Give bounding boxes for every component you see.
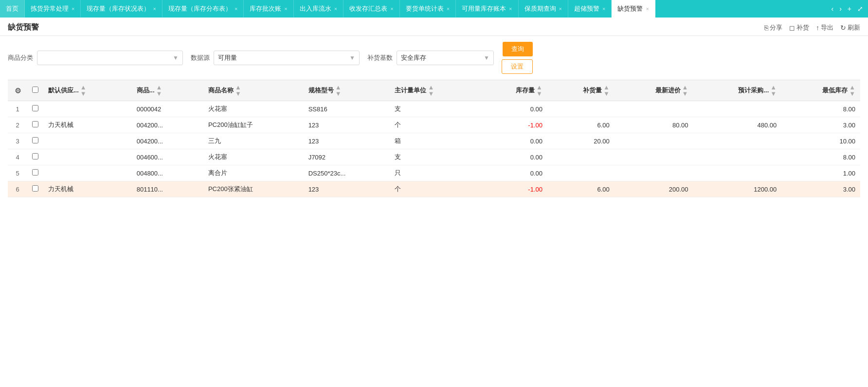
- cell-spec: 123: [304, 117, 390, 133]
- row-checkbox[interactable]: [32, 153, 38, 159]
- row-index: 2: [8, 117, 27, 133]
- cell-code: 801110...: [132, 181, 203, 197]
- row-checkbox[interactable]: [32, 169, 38, 176]
- category-filter-group: 商品分类 ▼: [8, 51, 183, 65]
- cell-spec: DS250*23c...: [304, 165, 390, 181]
- page-header: 缺货预警 ⎘ 分享 ◻ 补货 ↑ 导出 ↻ 刷新: [0, 18, 868, 36]
- cell-latest-price: [615, 165, 693, 181]
- category-select-arrow: ▼: [173, 54, 179, 61]
- close-tab-available-stock[interactable]: ×: [509, 6, 512, 12]
- replenish-base-filter-group: 补货基数 安全库存 ▼: [367, 51, 494, 65]
- table-row: 1 0000042 火花塞 SS816 支 0.00 8.00: [8, 101, 860, 117]
- close-tab-summary[interactable]: ×: [390, 6, 393, 12]
- row-checkbox-cell: [27, 165, 43, 181]
- export-button[interactable]: ↑ 导出: [816, 23, 833, 32]
- col-header-code[interactable]: 商品... ▲▼: [132, 80, 203, 101]
- close-tab-shortage[interactable]: ×: [646, 6, 649, 12]
- nav-item-summary[interactable]: 收发存汇总表 ×: [344, 0, 399, 18]
- datasource-select[interactable]: 可用量 ▼: [214, 51, 360, 65]
- close-tab-order-stats[interactable]: ×: [447, 6, 450, 12]
- column-settings-icon[interactable]: ⚙: [14, 87, 21, 94]
- cell-stock: 0.00: [480, 133, 547, 149]
- cell-estimated-purchase: [693, 133, 781, 149]
- close-tab-picking[interactable]: ×: [72, 6, 74, 12]
- page-container: 缺货预警 ⎘ 分享 ◻ 补货 ↑ 导出 ↻ 刷新 商品分类: [0, 18, 868, 387]
- nav-item-flow[interactable]: 出入库流水 ×: [294, 0, 344, 18]
- category-select[interactable]: ▼: [37, 51, 183, 65]
- cell-name: 离合片: [203, 165, 304, 181]
- query-button[interactable]: 查询: [503, 42, 533, 56]
- col-header-unit[interactable]: 主计量单位 ▲▼: [390, 80, 480, 101]
- cell-latest-price: [615, 149, 693, 165]
- replenish-base-arrow: ▼: [484, 54, 489, 61]
- col-header-min-stock[interactable]: 最低库存 ▲▼: [781, 80, 860, 101]
- prev-tab-btn[interactable]: ‹: [828, 5, 836, 13]
- col-header-latest-price[interactable]: 最新进价 ▲▼: [615, 80, 693, 101]
- cell-latest-price: [615, 101, 693, 117]
- cell-supplier: [43, 165, 132, 181]
- refresh-icon: ↻: [840, 24, 846, 32]
- row-checkbox[interactable]: [32, 137, 38, 143]
- cell-name: PC200张紧油缸: [203, 181, 304, 197]
- datasource-select-value: 可用量: [218, 53, 346, 62]
- datasource-filter-group: 数据源 可用量 ▼: [191, 51, 360, 65]
- row-checkbox-cell: [27, 181, 43, 197]
- col-checkbox-all: [27, 80, 43, 101]
- cell-name: 火花塞: [203, 149, 304, 165]
- col-header-supplier[interactable]: 默认供应... ▲▼: [43, 80, 132, 101]
- fullscreen-btn[interactable]: ⤢: [854, 5, 866, 13]
- col-header-estimated-purchase[interactable]: 预计采购... ▲▼: [693, 80, 781, 101]
- nav-item-available-stock[interactable]: 可用量库存账本 ×: [456, 0, 518, 18]
- row-index: 1: [8, 101, 27, 117]
- new-tab-btn[interactable]: +: [845, 5, 854, 13]
- nav-item-stock-dist[interactable]: 现存量（库存分布表） ×: [163, 0, 244, 18]
- table-body: 1 0000042 火花塞 SS816 支 0.00 8.00 2 力天机械 0…: [8, 101, 860, 197]
- replenish-base-value: 安全库存: [401, 53, 481, 62]
- col-header-replenish[interactable]: 补货量 ▲▼: [547, 80, 615, 101]
- cell-unit: 箱: [390, 133, 480, 149]
- row-checkbox[interactable]: [32, 185, 38, 192]
- cell-estimated-purchase: [693, 149, 781, 165]
- cell-unit: 个: [390, 181, 480, 197]
- data-table: ⚙ 默认供应... ▲▼ 商品... ▲▼: [8, 80, 860, 197]
- cell-stock: -1.00: [480, 181, 547, 197]
- close-tab-overstock[interactable]: ×: [602, 6, 605, 12]
- table-container: ⚙ 默认供应... ▲▼ 商品... ▲▼: [0, 80, 868, 197]
- nav-item-overstock[interactable]: 超储预警 ×: [568, 0, 612, 18]
- nav-item-home[interactable]: 首页: [0, 0, 25, 18]
- replenish-button[interactable]: ◻ 补货: [789, 23, 809, 32]
- row-index: 6: [8, 181, 27, 197]
- nav-item-picking[interactable]: 拣货异常处理 ×: [25, 0, 81, 18]
- table-header-row: ⚙ 默认供应... ▲▼ 商品... ▲▼: [8, 80, 860, 101]
- col-header-stock[interactable]: 库存量 ▲▼: [480, 80, 547, 101]
- cell-stock: -1.00: [480, 117, 547, 133]
- select-all-checkbox[interactable]: [32, 87, 38, 93]
- cell-name: 火花塞: [203, 101, 304, 117]
- close-tab-stock-status[interactable]: ×: [153, 6, 156, 12]
- cell-supplier: [43, 149, 132, 165]
- row-checkbox[interactable]: [32, 121, 38, 127]
- refresh-button[interactable]: ↻ 刷新: [840, 23, 860, 32]
- row-checkbox-cell: [27, 101, 43, 117]
- settings-button[interactable]: 设置: [502, 59, 533, 74]
- replenish-base-select[interactable]: 安全库存 ▼: [397, 51, 494, 65]
- nav-item-shortage[interactable]: 缺货预警 ×: [612, 0, 655, 18]
- nav-item-expiry[interactable]: 保质期查询 ×: [519, 0, 568, 18]
- next-tab-btn[interactable]: ›: [836, 5, 845, 13]
- close-tab-batch[interactable]: ×: [284, 6, 287, 12]
- cell-unit: 支: [390, 101, 480, 117]
- replenish-base-label: 补货基数: [367, 53, 393, 62]
- share-button[interactable]: ⎘ 分享: [764, 23, 782, 32]
- nav-item-stock-status[interactable]: 现存量（库存状况表） ×: [81, 0, 162, 18]
- nav-item-batch[interactable]: 库存批次账 ×: [244, 0, 293, 18]
- nav-item-order-stats[interactable]: 要货单统计表 ×: [400, 0, 456, 18]
- col-header-spec[interactable]: 规格型号 ▲▼: [304, 80, 390, 101]
- row-index: 4: [8, 149, 27, 165]
- col-header-name[interactable]: 商品名称 ▲▼: [203, 80, 304, 101]
- cell-latest-price: 80.00: [615, 117, 693, 133]
- close-tab-expiry[interactable]: ×: [559, 6, 562, 12]
- close-tab-stock-dist[interactable]: ×: [235, 6, 237, 12]
- close-tab-flow[interactable]: ×: [334, 6, 337, 12]
- row-checkbox[interactable]: [32, 105, 38, 111]
- cell-min-stock: 1.00: [781, 165, 860, 181]
